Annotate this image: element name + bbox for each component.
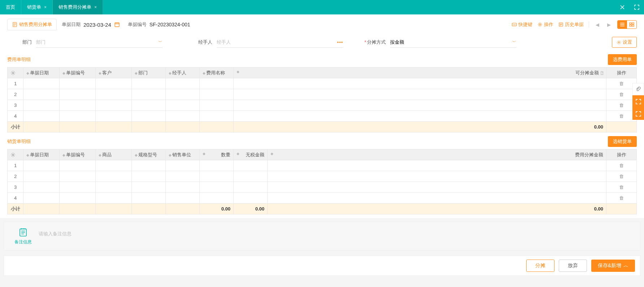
col-op: 操作: [606, 149, 637, 160]
col-docno[interactable]: ◆单据编号: [60, 68, 96, 78]
tab-sales-order-label: 销货单: [27, 4, 41, 10]
close-icon[interactable]: ×: [44, 5, 47, 10]
discard-button[interactable]: 放弃: [559, 260, 587, 272]
dept-input[interactable]: [36, 39, 157, 45]
settings-button[interactable]: 设置: [612, 37, 637, 48]
col-unit[interactable]: ◆销售单位: [166, 149, 200, 160]
close-icon[interactable]: ×: [94, 5, 97, 10]
col-customer[interactable]: ◆客户: [96, 68, 132, 78]
remark-label: 备注信息: [14, 239, 32, 245]
qty-total: 0.00: [200, 204, 234, 214]
more-icon[interactable]: •••: [337, 39, 343, 45]
delete-icon[interactable]: 🗑: [619, 113, 624, 119]
col-handler[interactable]: ◆经手人: [166, 68, 200, 78]
footer-bar: 分摊 放弃 保存&新增 ︿: [4, 256, 640, 276]
sales-detail-section: 销货单明细 选销货单 ◆单据日期 ◆单据编号 ◆商品 ◆规格型号 ◆销售单位 ◆…: [0, 136, 644, 218]
operate-link[interactable]: 操作: [537, 21, 553, 28]
delete-icon[interactable]: 🗑: [619, 174, 624, 179]
method-label: *分摊方式: [361, 39, 390, 45]
delete-icon[interactable]: 🗑: [619, 81, 624, 86]
table-row[interactable]: 4🗑: [8, 193, 637, 204]
shortcut-label: 快捷键: [518, 21, 532, 28]
tab-sales-order[interactable]: 销货单×: [21, 0, 53, 14]
col-fee-alloc[interactable]: ◆费用分摊金额: [268, 149, 606, 160]
col-qty[interactable]: ◆数量: [200, 149, 234, 160]
expand-button-2[interactable]: [632, 108, 644, 120]
sort-icon: ◆: [135, 153, 137, 157]
tab-allocation[interactable]: 销售费用分摊单×: [53, 0, 103, 14]
method-select[interactable]: [390, 39, 511, 45]
select-sales-button[interactable]: 选销货单: [608, 136, 637, 147]
subtotal-row: 小计 0.00 0.00 0.00: [8, 204, 637, 214]
amount-total: 0.00: [234, 204, 268, 214]
subtotal-label: 小计: [8, 204, 23, 214]
col-product[interactable]: ◆商品: [96, 149, 132, 160]
delete-icon[interactable]: 🗑: [619, 184, 624, 190]
document-type-label: 销售费用分摊单: [19, 21, 52, 28]
svg-rect-2: [512, 23, 517, 26]
remark-section: 备注信息: [4, 222, 640, 251]
col-spec[interactable]: ◆规格型号: [132, 149, 166, 160]
table-settings-button[interactable]: [8, 149, 23, 160]
handler-input[interactable]: [217, 39, 337, 45]
date-value[interactable]: 2023-03-24: [83, 22, 111, 28]
table-row[interactable]: 2🗑: [8, 89, 637, 100]
col-amount[interactable]: ◆无税金额: [234, 149, 268, 160]
gear-icon: [537, 22, 543, 27]
table-row[interactable]: 4🗑: [8, 111, 637, 122]
operate-label: 操作: [544, 21, 553, 28]
col-date[interactable]: ◆单据日期: [23, 68, 60, 78]
delete-icon[interactable]: 🗑: [619, 103, 624, 108]
document-icon: [12, 22, 18, 27]
chevron-down-icon[interactable]: ﹀: [158, 39, 163, 45]
calendar-icon[interactable]: [114, 22, 120, 27]
tab-home-label: 首页: [6, 4, 15, 10]
delete-icon[interactable]: 🗑: [619, 195, 624, 201]
attachment-button[interactable]: [632, 83, 644, 95]
document-type-tab[interactable]: 销售费用分摊单: [7, 19, 57, 30]
subtotal-label: 小计: [8, 122, 23, 132]
table-row[interactable]: 1🗑: [8, 160, 637, 171]
allocate-button[interactable]: 分摊: [526, 260, 554, 272]
table-row[interactable]: 3🗑: [8, 182, 637, 193]
delete-icon[interactable]: 🗑: [619, 92, 624, 97]
delete-icon[interactable]: 🗑: [619, 163, 624, 168]
sort-icon: ◆: [271, 152, 273, 156]
table-settings-button[interactable]: [8, 68, 23, 78]
col-date[interactable]: ◆单据日期: [23, 149, 60, 160]
next-doc-button[interactable]: ▶: [606, 22, 612, 27]
view-card-button[interactable]: [627, 21, 636, 29]
col-docno[interactable]: ◆单据编号: [60, 149, 96, 160]
select-expense-button[interactable]: 选费用单: [608, 54, 637, 65]
remark-input[interactable]: [36, 227, 634, 245]
shortcut-link[interactable]: 快捷键: [512, 21, 532, 28]
chevron-down-icon[interactable]: ﹀: [512, 39, 517, 45]
col-dept[interactable]: ◆部门: [132, 68, 166, 78]
form-row: 部门 ﹀ 经手人 ••• *分摊方式 ﹀ 设置: [0, 34, 644, 54]
svg-rect-8: [632, 25, 634, 26]
keyboard-icon: [512, 22, 517, 27]
expand-button[interactable]: [632, 95, 644, 108]
table-row[interactable]: 3🗑: [8, 100, 637, 111]
fullscreen-button[interactable]: [630, 0, 644, 14]
help-icon[interactable]: ⍰: [600, 70, 603, 75]
table-row[interactable]: 2🗑: [8, 171, 637, 182]
col-fee-name[interactable]: ◆费用名称: [200, 68, 234, 78]
sort-icon: ◆: [99, 71, 101, 75]
history-link[interactable]: 历史单据: [558, 21, 584, 28]
history-label: 历史单据: [565, 21, 584, 28]
prev-doc-button[interactable]: ◀: [594, 22, 601, 27]
table-row[interactable]: 1🗑: [8, 78, 637, 89]
save-new-label: 保存&新增: [598, 262, 621, 269]
close-all-tabs-button[interactable]: [615, 0, 630, 14]
col-allocatable[interactable]: ◆可分摊金额 ⍰: [234, 68, 606, 78]
save-new-button[interactable]: 保存&新增 ︿: [591, 260, 635, 272]
sort-icon: ◆: [237, 152, 239, 156]
view-list-button[interactable]: [618, 21, 627, 29]
date-label: 单据日期: [62, 21, 81, 28]
sort-icon: ◆: [203, 152, 205, 156]
tab-home[interactable]: 首页: [0, 0, 21, 14]
docno-value: SF-20230324-001: [150, 22, 190, 27]
subtotal-row: 小计 0.00: [8, 122, 637, 132]
sort-icon: ◆: [62, 71, 65, 75]
